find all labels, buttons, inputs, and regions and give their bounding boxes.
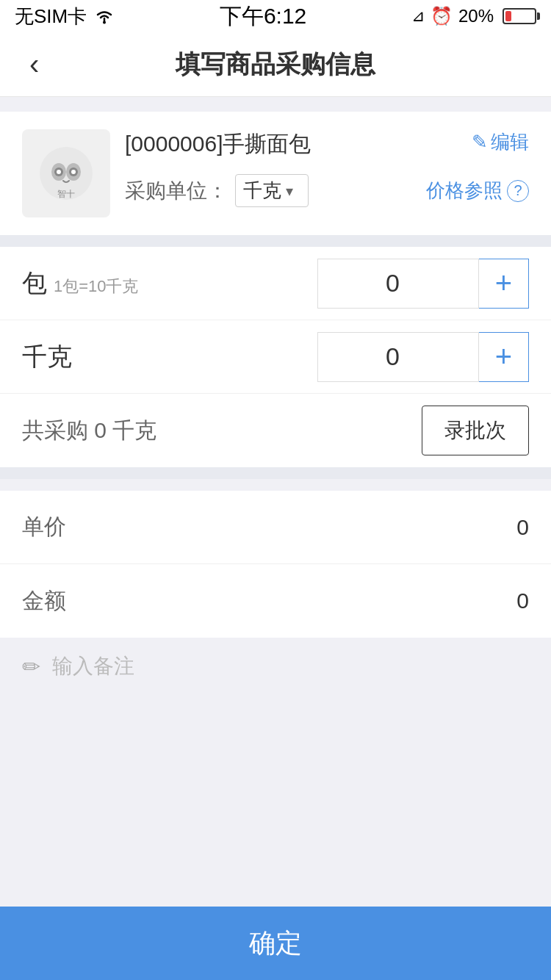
svg-point-0: [103, 21, 106, 24]
svg-point-7: [71, 170, 76, 174]
price-section: 单价 0 金额 0: [0, 491, 551, 638]
unit-label: 采购单位： 千克 ▾: [125, 174, 309, 207]
section-divider-2: [0, 467, 551, 479]
kg-plus-button[interactable]: +: [479, 332, 529, 382]
product-card: 智十 [0000006]手撕面包 ✎ 编辑 采购单位： 千克 ▾ 价格参照 ?: [0, 112, 551, 235]
price-ref-button[interactable]: 价格参照 ?: [426, 178, 529, 203]
bag-plus-button[interactable]: +: [479, 259, 529, 309]
wifi-icon: [94, 8, 115, 24]
bag-input-row: 包 1包=10千克 +: [0, 247, 551, 320]
page-title: 填写商品采购信息: [176, 48, 375, 82]
confirm-text: 确定: [249, 926, 302, 962]
product-name: [0000006]手撕面包: [125, 129, 311, 159]
amount-label: 金额: [22, 586, 66, 616]
unit-price-value: 0: [516, 515, 529, 540]
product-image: 智十: [22, 129, 110, 217]
edit-icon: ✎: [472, 131, 488, 154]
unit-select[interactable]: 千克 ▾: [235, 174, 309, 207]
status-bar-time: 下午6:12: [220, 1, 306, 32]
kg-control: +: [317, 332, 529, 382]
pencil-icon: ✏: [22, 654, 40, 680]
unit-price-row: 单价 0: [0, 491, 551, 564]
kg-input-row: 千克 +: [0, 320, 551, 394]
content-spacer: [0, 695, 551, 879]
kg-label: 千克: [22, 340, 317, 374]
product-info: [0000006]手撕面包 ✎ 编辑 采购单位： 千克 ▾ 价格参照 ?: [125, 129, 529, 207]
svg-text:智十: 智十: [57, 189, 75, 199]
edit-button[interactable]: ✎ 编辑: [472, 129, 529, 155]
amount-value: 0: [516, 588, 529, 613]
section-divider-1: [0, 235, 551, 247]
input-section: 包 1包=10千克 + 千克 +: [0, 247, 551, 394]
record-batch-button[interactable]: 录批次: [422, 406, 529, 455]
bag-label: 包 1包=10千克: [22, 267, 317, 300]
bag-quantity-input[interactable]: [317, 259, 479, 309]
carrier-text: 无SIM卡: [15, 4, 87, 29]
back-button[interactable]: ‹: [22, 40, 46, 88]
status-bar: 无SIM卡 下午6:12 ⊿ ⏰ 20%: [0, 0, 551, 32]
amount-row: 金额 0: [0, 564, 551, 638]
dropdown-icon: ▾: [286, 182, 293, 200]
summary-row: 共采购 0 千克 录批次: [0, 394, 551, 467]
kg-quantity-input[interactable]: [317, 332, 479, 382]
status-bar-right: ⊿ ⏰ 20%: [411, 6, 536, 26]
status-bar-left: 无SIM卡: [15, 4, 115, 29]
product-header: [0000006]手撕面包 ✎ 编辑: [125, 129, 529, 159]
remark-placeholder: 输入备注: [52, 652, 134, 680]
location-icon: ⊿: [411, 7, 425, 26]
alarm-icon: ⏰: [431, 6, 453, 26]
nav-bar: ‹ 填写商品采购信息: [0, 32, 551, 97]
remark-section[interactable]: ✏ 输入备注: [0, 638, 551, 695]
bag-control: +: [317, 259, 529, 309]
svg-point-6: [57, 170, 61, 174]
battery-icon: [503, 8, 536, 24]
product-unit-row: 采购单位： 千克 ▾ 价格参照 ?: [125, 174, 529, 207]
unit-price-label: 单价: [22, 512, 66, 542]
help-icon: ?: [507, 180, 529, 202]
summary-text: 共采购 0 千克: [22, 416, 156, 446]
confirm-button[interactable]: 确定: [0, 907, 551, 980]
battery-percent: 20%: [458, 6, 494, 26]
